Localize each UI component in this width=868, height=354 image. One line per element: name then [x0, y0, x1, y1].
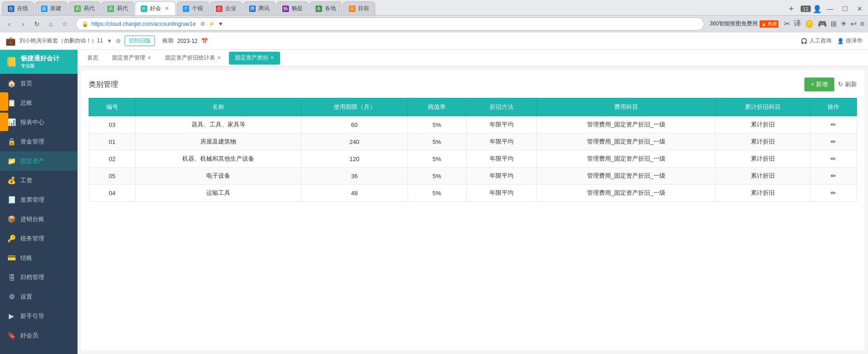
browser-tab-tab9[interactable]: 畅畅提: [276, 1, 309, 15]
sidebar-item-fund[interactable]: 🔒资金管理: [0, 132, 78, 151]
page-tab-close-depreciation-stat[interactable]: ✕: [217, 55, 221, 61]
menu-icon[interactable]: ≡: [860, 20, 864, 28]
bookmark-button[interactable]: ☆: [59, 18, 70, 30]
cell-code[interactable]: 03: [89, 116, 136, 133]
maximize-button[interactable]: ☐: [838, 2, 851, 15]
page-tab-depreciation-stat[interactable]: 固定资产折旧统计表 ✕: [159, 52, 227, 65]
site-info-icon[interactable]: ⚙: [200, 21, 205, 27]
sidebar-item-invoice[interactable]: 🧾发票管理: [0, 190, 78, 210]
coin-icon[interactable]: 🪙: [805, 19, 814, 28]
sidebar-label-inventory: 进销台账: [20, 215, 44, 223]
left-pill-2[interactable]: [0, 113, 8, 131]
minimize-button[interactable]: —: [824, 2, 837, 15]
sidebar-item-report[interactable]: 📊报表中心: [0, 113, 78, 132]
tab-icon-tab1: 在: [8, 6, 14, 12]
section-actions: + 新增 ↻ 刷新: [804, 78, 857, 91]
calendar-icon[interactable]: 📅: [201, 38, 208, 44]
left-pill-1[interactable]: [0, 92, 8, 111]
sidebar-label-guide: 新手引导: [20, 312, 44, 320]
cell-expense: 管理费用_固定资产折旧_一级: [537, 185, 716, 202]
sidebar-icon-fund: 🔒: [7, 138, 16, 146]
sidebar-item-fixed-asset[interactable]: 📁固定资产: [0, 151, 78, 171]
cell-code[interactable]: 02: [89, 150, 136, 168]
sidebar-icon-more: 🔖: [7, 331, 16, 340]
page-tab-close-fixed-asset-mgmt[interactable]: ✕: [147, 55, 151, 61]
translate-icon[interactable]: 译: [794, 19, 801, 29]
user-profile-button[interactable]: 👤 徐泽华: [837, 37, 862, 45]
refresh-button[interactable]: ↻ 刷新: [838, 80, 857, 89]
cell-months: 120: [301, 150, 407, 168]
browser-tab-tab3[interactable]: 易易代: [68, 1, 101, 15]
address-bar[interactable]: 🔒 https://cloud.chanjet.com/accounting/u…: [76, 18, 704, 30]
sidebar-item-home[interactable]: 🏠首页: [0, 74, 78, 93]
sidebar-label-invoice: 发票管理: [20, 196, 44, 204]
undo-icon[interactable]: ↩: [850, 19, 856, 28]
dropdown-arrow[interactable]: ▼: [107, 38, 112, 44]
browser-tab-tab2[interactable]: 新新建: [35, 1, 67, 15]
tab-icon-tab11: 目: [349, 6, 355, 12]
switch-version-button[interactable]: 切到旧版: [125, 36, 155, 46]
add-category-button[interactable]: + 新增: [804, 78, 834, 91]
browser-tab-tab5[interactable]: 好好会✕: [135, 1, 176, 15]
browser-tab-tab8[interactable]: 腾腾讯: [243, 1, 275, 15]
lock-icon: 🔒: [82, 21, 89, 27]
sidebar-item-settings[interactable]: ⚙设置: [0, 287, 78, 306]
page-tab-fixed-asset-mgmt[interactable]: 固定资产管理 ✕: [106, 52, 157, 65]
sidebar-item-settle[interactable]: 💳结账: [0, 248, 78, 268]
cell-action[interactable]: ✏: [810, 116, 856, 133]
browser-tab-tab10[interactable]: 各各地: [310, 1, 342, 15]
profile-icon[interactable]: 👤: [813, 5, 822, 13]
browser-tab-tab7[interactable]: 企企业: [210, 1, 242, 15]
tab-label-tab2: 新建: [50, 5, 61, 12]
col-expense: 费用科目: [537, 98, 716, 116]
cell-code[interactable]: 01: [89, 133, 136, 150]
grid-icon[interactable]: ⊞: [831, 19, 837, 28]
browser-tab-tab1[interactable]: 在在线: [2, 1, 34, 15]
cell-expense: 管理费用_固定资产折旧_一级: [537, 133, 716, 150]
cell-code[interactable]: 05: [89, 168, 136, 185]
sidebar-item-archive[interactable]: 🗄归档管理: [0, 268, 78, 287]
back-button[interactable]: ‹: [4, 18, 15, 30]
search-area: 360智能抠图免费用 🔥 热搜: [710, 20, 778, 28]
close-button[interactable]: ✕: [853, 2, 866, 15]
cell-action[interactable]: ✏: [810, 168, 856, 185]
sidebar-label-report: 报表中心: [20, 118, 44, 126]
sidebar-item-inventory[interactable]: 📦进销台账: [0, 210, 78, 229]
new-tab-button[interactable]: +: [785, 2, 798, 15]
browser-tab-tab6[interactable]: 个个税: [177, 1, 209, 15]
browser-nav-bar: ‹ › ↻ ⌂ ☆ 🔒 https://cloud.chanjet.com/ac…: [0, 16, 868, 32]
lightning-icon[interactable]: ⚡: [208, 21, 215, 27]
browser-tab-tab4[interactable]: 易易代: [102, 1, 134, 15]
forward-button[interactable]: ›: [18, 18, 29, 30]
home-button[interactable]: ⌂: [45, 18, 56, 30]
category-table: 编号 名称 使用期限（月） 残值率 折旧方法 费用科目 累计折旧科目 操作 03…: [89, 98, 857, 202]
customer-service-button[interactable]: 🎧 人工咨询: [801, 37, 832, 45]
settings-icon[interactable]: ⚙: [116, 38, 121, 44]
hot-badge: 🔥 热搜: [760, 20, 778, 28]
refresh-button[interactable]: ↻: [31, 18, 42, 30]
browser-action-buttons: ✂ 译 🪙 🎮 ⊞ ☀ ↩ ≡: [784, 19, 864, 29]
page-tab-category[interactable]: 固定资产类别 ✕: [229, 52, 280, 65]
cell-accumulated: 累计折旧: [716, 150, 810, 168]
brightness-icon[interactable]: ☀: [840, 19, 847, 28]
sidebar-item-guide[interactable]: ▶新手引导: [0, 306, 78, 326]
page-tab-home[interactable]: 首页: [81, 52, 104, 65]
dropdown-icon[interactable]: ▼: [218, 21, 223, 27]
cell-action[interactable]: ✏: [810, 185, 856, 202]
cell-action[interactable]: ✏: [810, 150, 856, 168]
tab-label-tab5: 好会: [150, 5, 161, 12]
col-action: 操作: [810, 98, 856, 116]
game-icon[interactable]: 🎮: [818, 19, 827, 28]
cell-action[interactable]: ✏: [810, 133, 856, 150]
user-icon: 👤: [837, 38, 844, 44]
sidebar-item-salary[interactable]: 💰工资: [0, 171, 78, 190]
cut-icon[interactable]: ✂: [784, 19, 790, 28]
sidebar-item-tax[interactable]: 🔑税务管理: [0, 229, 78, 248]
col-name: 名称: [136, 98, 301, 116]
browser-tab-tab11[interactable]: 目目前: [343, 1, 375, 15]
sidebar-item-ledger[interactable]: 📋总账: [0, 93, 78, 113]
page-tab-close-category[interactable]: ✕: [270, 55, 274, 61]
sidebar-item-more[interactable]: 🔖好会员: [0, 326, 78, 345]
tab-close-tab5[interactable]: ✕: [164, 6, 170, 12]
cell-code[interactable]: 04: [89, 185, 136, 202]
